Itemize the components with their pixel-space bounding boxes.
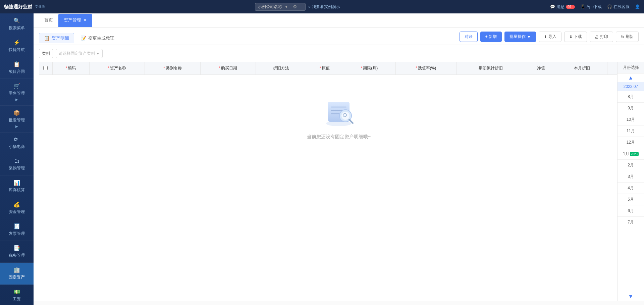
content-area: 首页 资产管理 ✕ 📋 资产明细 📝 变更生成凭证 <box>34 13 644 305</box>
sidebar-item-project[interactable]: 📋 项目合同 <box>0 57 34 79</box>
online-support-button[interactable]: 🎧 在线客服 <box>607 4 630 10</box>
tab-close-icon[interactable]: ✕ <box>83 18 87 22</box>
table-container[interactable]: *编码 *资产名称 *类别名称 *购买日期 折旧方法 *原值 *期限(月) *残… <box>34 62 644 301</box>
sidebar-item-ecommerce[interactable]: 🛍 小畅电商 <box>0 133 34 154</box>
month-item-4月[interactable]: 4月 <box>618 183 644 194</box>
month-item-6月[interactable]: 6月 <box>618 205 644 217</box>
sidebar-label-tax: 税务管理 <box>9 253 25 258</box>
sub-tab-asset-detail[interactable]: 📋 资产明细 <box>39 33 74 44</box>
sidebar-icon-search: 🔍 <box>13 17 20 24</box>
sidebar-label-retail: 零售管理 <box>9 91 25 96</box>
month-nav-down[interactable]: ▼ <box>628 294 634 300</box>
category-placeholder: 请选择固定资产类别 <box>59 51 95 56</box>
empty-state: 当前您还没有固定资产明细哦~ <box>39 75 639 160</box>
th-depreciation-method: 折旧方法 <box>256 62 306 75</box>
sidebar-label-project: 项目合同 <box>9 69 25 74</box>
assets-table: *编码 *资产名称 *类别名称 *购买日期 折旧方法 *原值 *期限(月) *残… <box>39 62 639 75</box>
reconcile-button[interactable]: 对账 <box>460 32 478 42</box>
month-list: 8月9月10月11月12月1月20232月3月4月5月6月7月 <box>618 91 644 292</box>
sidebar-item-purchase[interactable]: 🗂 采购管理 <box>0 154 34 175</box>
empty-icon <box>319 95 359 129</box>
main-layout: 🔍 搜索菜单 ⚡ 快捷导航 📋 项目合同 🛒 零售管理 ▶ 📦 批发管理 ▶ 🛍… <box>0 13 644 305</box>
sidebar-label-salary: 工资 <box>13 296 21 302</box>
page-content: 📋 资产明细 📝 变更生成凭证 对账 + 新增 批量操作 <box>34 28 644 305</box>
month-item-1月[interactable]: 1月2023 <box>618 148 644 160</box>
sidebar-item-quick-nav[interactable]: ⚡ 快捷导航 <box>0 35 34 57</box>
sidebar-item-fixed-assets[interactable]: 🏢 固定资产 <box>0 263 34 285</box>
user-avatar[interactable]: 👤 <box>635 4 640 9</box>
tab-home[interactable]: 首页 <box>39 14 58 27</box>
app-download-button[interactable]: 📱 App下载 <box>580 4 602 10</box>
month-nav-up[interactable]: ▲ <box>627 73 635 82</box>
sidebar-item-finance[interactable]: 💰 资金管理 <box>0 197 34 219</box>
month-panel-year[interactable]: 2022.07 <box>618 82 644 91</box>
sidebar-arrow-wholesale: ▶ <box>15 124 18 128</box>
month-item-12月[interactable]: 12月 <box>618 137 644 148</box>
month-item-7月[interactable]: 7月 <box>618 217 644 228</box>
app-name: 畅捷通好业财 <box>4 4 32 10</box>
company-name: 示例公司名称 <box>258 4 282 10</box>
app-edition: 专业版 <box>35 4 45 9</box>
sidebar-item-invoice[interactable]: 🧾 发票管理 <box>0 219 34 241</box>
sidebar-label-wholesale: 批发管理 <box>9 117 25 123</box>
chevron-down-icon: ▼ <box>285 5 288 9</box>
sidebar-item-search[interactable]: 🔍 搜索菜单 <box>0 13 34 35</box>
settings-icon[interactable]: ⚙ <box>293 4 297 9</box>
sidebar-label-finance: 资金管理 <box>9 209 25 215</box>
reconcile-label: 对账 <box>465 34 473 40</box>
batch-label: 批量操作 <box>509 34 526 40</box>
top-bar: 畅捷通好业财 专业版 示例公司名称 ▼ ⚙ ○ 我要看实例演示 💬 消息 99+… <box>0 0 644 13</box>
tab-home-label: 首页 <box>44 17 53 23</box>
mobile-icon: 📱 <box>580 4 585 9</box>
empty-text: 当前您还没有固定资产明细哦~ <box>307 134 371 140</box>
company-selector[interactable]: 示例公司名称 ▼ ⚙ <box>255 3 306 11</box>
bottom-scrollbar[interactable] <box>34 301 644 305</box>
add-button[interactable]: + 新增 <box>480 32 502 42</box>
month-item-10月[interactable]: 10月 <box>618 114 644 125</box>
sidebar-item-tax[interactable]: 📑 税务管理 <box>0 241 34 263</box>
add-label: + 新增 <box>485 34 497 40</box>
month-item-8月[interactable]: 8月 <box>618 91 644 103</box>
category-label: 类别 <box>39 49 53 58</box>
month-item-9月[interactable]: 9月 <box>618 103 644 114</box>
user-icon: 👤 <box>635 4 640 9</box>
sidebar-icon-project: 📋 <box>13 61 20 67</box>
refresh-button[interactable]: ↻ 刷新 <box>616 32 639 42</box>
demo-link[interactable]: ○ 我要看实例演示 <box>308 4 340 10</box>
sidebar-icon-ecommerce: 🛍 <box>14 137 19 143</box>
month-panel-title: 月份选择 <box>618 62 644 73</box>
sub-tab-change-voucher[interactable]: 📝 变更生成凭证 <box>75 33 119 43</box>
tab-asset-mgmt[interactable]: 资产管理 ✕ <box>58 14 92 27</box>
print-button[interactable]: 🖨 打印 <box>590 32 613 42</box>
category-select[interactable]: 请选择固定资产类别 ▼ <box>56 49 103 58</box>
top-bar-left: 畅捷通好业财 专业版 <box>4 4 45 10</box>
refresh-icon: ↻ <box>621 35 624 39</box>
top-bar-center: 示例公司名称 ▼ ⚙ ○ 我要看实例演示 <box>255 3 340 11</box>
sidebar-item-inventory[interactable]: 📊 库存核算 <box>0 175 34 197</box>
select-all-checkbox[interactable] <box>43 66 48 70</box>
messages-label: 消息 <box>556 4 565 10</box>
sidebar-label-purchase: 采购管理 <box>9 165 25 171</box>
download-icon: ⬇ <box>569 35 573 39</box>
sidebar-icon-tax: 📑 <box>13 245 20 251</box>
download-button[interactable]: ⬇ 下载 <box>564 32 587 42</box>
sidebar-item-wholesale[interactable]: 📦 批发管理 ▶ <box>0 106 34 133</box>
sidebar-icon-invoice: 🧾 <box>13 223 20 230</box>
batch-button[interactable]: 批量操作 ▼ <box>504 32 536 42</box>
month-item-5月[interactable]: 5月 <box>618 194 644 205</box>
month-panel: 月份选择 ▲ 2022.07 8月9月10月11月12月1月20232月3月4月… <box>617 62 644 301</box>
sidebar-label-invoice: 发票管理 <box>9 231 25 237</box>
messages-button[interactable]: 💬 消息 99+ <box>550 4 575 10</box>
th-code: *编码 <box>52 62 89 75</box>
sidebar-item-retail[interactable]: 🛒 零售管理 ▶ <box>0 79 34 106</box>
import-button[interactable]: ⬆ 导入 <box>539 32 561 42</box>
sidebar-item-salary[interactable]: 💵 工资 <box>0 285 34 305</box>
th-category-name: *类别名称 <box>145 62 201 75</box>
month-item-2月[interactable]: 2月 <box>618 160 644 171</box>
sidebar-icon-quick-nav: ⚡ <box>13 39 20 46</box>
th-net-value: 净值 <box>525 62 557 75</box>
month-item-11月[interactable]: 11月 <box>618 125 644 137</box>
table-month-wrapper: *编码 *资产名称 *类别名称 *购买日期 折旧方法 *原值 *期限(月) *残… <box>34 62 644 301</box>
month-item-3月[interactable]: 3月 <box>618 171 644 183</box>
sidebar: 🔍 搜索菜单 ⚡ 快捷导航 📋 项目合同 🛒 零售管理 ▶ 📦 批发管理 ▶ 🛍… <box>0 13 34 305</box>
